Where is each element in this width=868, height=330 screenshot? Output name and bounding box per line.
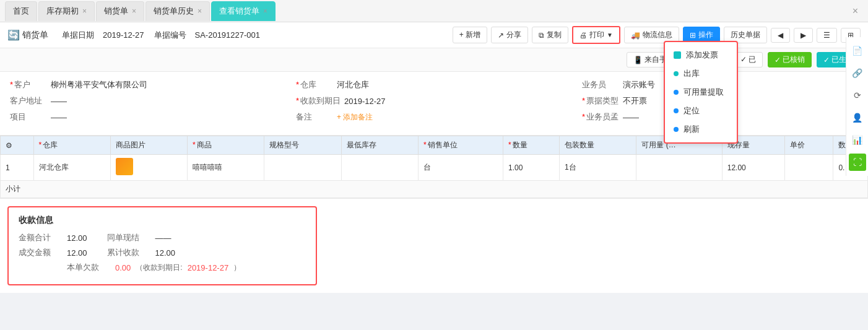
cell-image xyxy=(110,155,187,181)
add-remark-button[interactable]: + 添加备注 xyxy=(337,112,373,123)
col-spec: 规格型号 xyxy=(264,136,341,155)
outbound-item[interactable]: 出库 xyxy=(665,64,737,83)
payment-row-1: 金额合计 12.00 同单现结 —— xyxy=(19,232,306,243)
doc-title-text: 销货单 xyxy=(22,30,48,41)
payment-row-3: 本单欠款 0.00 （收款到期日: 2019-12-27 ） xyxy=(19,262,306,273)
main-content: 🔄 销货单 单据日期 2019-12-27 单据编号 SA-20191227-0… xyxy=(0,22,868,293)
deal-amount-field: 成交金额 12.00 xyxy=(19,247,87,258)
outstanding-field: 本单欠款 0.00 （收款到期日: 2019-12-27 ） xyxy=(67,262,241,273)
address-field: 客户地址 —— xyxy=(10,95,286,106)
close-all-button[interactable]: × xyxy=(848,6,863,17)
refresh-icon xyxy=(674,127,679,132)
col-product: 商品 xyxy=(188,136,264,155)
right-sidebar: 📄 🔗 ⟳ 👤 📊 ⛶ xyxy=(846,37,868,176)
doc-icon: 🔄 xyxy=(7,29,20,41)
avail-qty-icon xyxy=(674,90,679,95)
next-button[interactable]: ▶ xyxy=(794,28,813,43)
remark-field: 备注 + 添加备注 xyxy=(296,111,572,123)
doc-meta: 单据日期 2019-12-27 单据编号 SA-20191227-001 xyxy=(62,30,448,41)
col-min-stock: 最低库存 xyxy=(341,136,418,155)
doc-date: 单据日期 2019-12-27 xyxy=(62,30,144,41)
sidebar-link-icon[interactable]: 🔗 xyxy=(849,64,866,82)
col-qty: 数量 xyxy=(503,136,559,155)
col-warehouse: 仓库 xyxy=(33,136,110,155)
payment-info: 收款信息 金额合计 12.00 同单现结 —— 成交金额 12.00 累计收款 xyxy=(7,206,317,285)
doc-number: 单据编号 SA-20191227-001 xyxy=(154,30,261,41)
bottom-section: 收款信息 金额合计 12.00 同单现结 —— 成交金额 12.00 累计收款 xyxy=(0,199,868,293)
cell-num: 1 xyxy=(1,155,34,181)
subtotal-label: 小计 xyxy=(1,181,868,198)
print-button[interactable]: 🖨 打印 ▼ xyxy=(572,26,620,44)
cell-stock: 12.00 xyxy=(722,155,784,181)
cell-price xyxy=(785,155,833,181)
product-thumbnail xyxy=(116,158,133,175)
tab-close-inventory[interactable]: × xyxy=(82,7,87,15)
add-invoice-icon xyxy=(674,51,681,59)
col-settings[interactable]: ⚙ xyxy=(1,136,34,155)
table-row: 1 河北仓库 嘻嘻嘻嘻 台 1.00 1台 12.00 0. xyxy=(1,155,868,181)
cell-spec xyxy=(264,155,341,181)
table-container: ⚙ 仓库 商品图片 商品 规格型号 最低库存 销售单位 数量 包装数量 可用量 … xyxy=(0,136,868,199)
cell-unit: 台 xyxy=(418,155,503,181)
sold-button[interactable]: ✓ 已核销 xyxy=(768,52,812,67)
avail-qty-item[interactable]: 可用量提取 xyxy=(665,83,737,102)
col-image: 商品图片 xyxy=(110,136,187,155)
layout1-button[interactable]: ☰ xyxy=(817,28,837,43)
cell-avail-qty xyxy=(636,155,722,181)
doc-actions: + 新增 ↗ 分享 ⧉ 复制 🖨 打印 ▼ 🚚 物流信息 ⊞ 操作 xyxy=(453,26,861,44)
warehouse-field: 仓库 河北仓库 xyxy=(296,79,572,90)
payment-date-field: 收款到期日 2019-12-27 xyxy=(296,95,572,106)
col-unit: 销售单位 xyxy=(418,136,503,155)
sidebar-expand-icon[interactable]: ⛶ xyxy=(849,154,866,171)
refresh-item[interactable]: 刷新 xyxy=(665,120,737,139)
col-price: 单价 xyxy=(785,136,833,155)
tab-close-sales[interactable]: × xyxy=(132,7,136,15)
sidebar-user-icon[interactable]: 👤 xyxy=(849,109,866,126)
cell-product: 嘻嘻嘻嘻 xyxy=(188,155,264,181)
locate-item[interactable]: 定位 xyxy=(665,102,737,120)
new-button[interactable]: + 新增 xyxy=(453,27,487,43)
cell-pack-qty: 1台 xyxy=(560,155,636,181)
add-invoice-item[interactable]: 添加发票 xyxy=(665,46,737,64)
customer-field: 客户 柳州粤港平安气体有限公司 xyxy=(10,79,286,90)
sidebar-refresh-icon[interactable]: ⟳ xyxy=(849,87,866,104)
doc-title: 🔄 销货单 xyxy=(7,29,57,41)
tab-sales-history[interactable]: 销货单历史 × xyxy=(145,1,210,21)
tab-sales[interactable]: 销货单 × xyxy=(96,1,144,21)
prev-button[interactable]: ◀ xyxy=(771,28,790,43)
products-table: ⚙ 仓库 商品图片 商品 规格型号 最低库存 销售单位 数量 包装数量 可用量 … xyxy=(0,136,868,198)
tab-inventory-init[interactable]: 库存期初 × xyxy=(38,1,95,21)
payment-row-2: 成交金额 12.00 累计收款 12.00 xyxy=(19,247,306,258)
tab-view-sales[interactable]: 查看销货单 × xyxy=(211,1,276,21)
subtotal-row: 小计 xyxy=(1,181,868,198)
cell-min-stock xyxy=(341,155,418,181)
outbound-icon xyxy=(674,71,679,76)
copy-button[interactable]: ⧉ 复制 xyxy=(532,27,568,43)
tab-bar: 首页 库存期初 × 销货单 × 销货单历史 × 查看销货单 × × xyxy=(0,0,868,22)
tab-home[interactable]: 首页 xyxy=(5,1,37,21)
same-order-settle-field: 同单现结 —— xyxy=(107,232,171,243)
payment-title: 收款信息 xyxy=(19,215,306,226)
share-button[interactable]: ↗ 分享 xyxy=(491,27,528,43)
sidebar-chart-icon[interactable]: 📊 xyxy=(849,131,866,149)
tab-close-view-sales[interactable]: × xyxy=(263,7,267,15)
col-pack-qty: 包装数量 xyxy=(560,136,636,155)
sidebar-doc-icon[interactable]: 📄 xyxy=(849,42,866,59)
project-field: 项目 —— xyxy=(10,111,286,123)
cell-warehouse: 河北仓库 xyxy=(33,155,110,181)
cell-qty: 1.00 xyxy=(503,155,559,181)
operation-dropdown: 添加发票 出库 可用量提取 定位 刷新 xyxy=(664,41,738,144)
locate-icon xyxy=(674,108,679,113)
tab-close-sales-history[interactable]: × xyxy=(197,7,202,15)
total-received-field: 累计收款 12.00 xyxy=(107,247,176,258)
total-amount-field: 金额合计 12.00 xyxy=(19,232,87,243)
